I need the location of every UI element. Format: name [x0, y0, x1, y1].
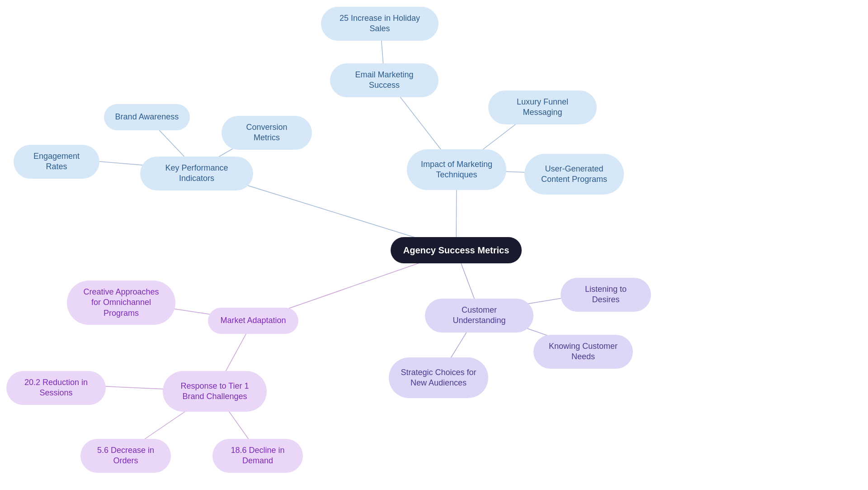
node-knowing-needs[interactable]: Knowing Customer Needs	[533, 335, 633, 369]
node-conversion-metrics[interactable]: Conversion Metrics	[222, 116, 312, 150]
node-luxury-funnel[interactable]: Luxury Funnel Messaging	[488, 90, 597, 124]
mind-map-canvas: Agency Success Metrics25 Increase in Hol…	[0, 0, 868, 490]
node-impact-marketing[interactable]: Impact of Marketing Techniques	[407, 149, 506, 190]
node-listening-desires[interactable]: Listening to Desires	[561, 278, 651, 312]
node-strategic-choices[interactable]: Strategic Choices for New Audiences	[389, 357, 488, 398]
node-kpi[interactable]: Key Performance Indicators	[140, 157, 253, 190]
node-creative-approaches[interactable]: Creative Approaches for Omnichannel Prog…	[67, 281, 175, 325]
node-agency-success[interactable]: Agency Success Metrics	[391, 237, 522, 263]
node-decrease-orders[interactable]: 5.6 Decrease in Orders	[80, 439, 171, 473]
node-email-marketing[interactable]: Email Marketing Success	[330, 63, 439, 97]
node-ugc-programs[interactable]: User-Generated Content Programs	[524, 154, 624, 195]
node-engagement-rates[interactable]: Engagement Rates	[14, 145, 99, 179]
node-holiday-sales[interactable]: 25 Increase in Holiday Sales	[321, 7, 439, 41]
node-decline-demand[interactable]: 18.6 Decline in Demand	[212, 439, 303, 473]
node-reduction-sessions[interactable]: 20.2 Reduction in Sessions	[6, 371, 106, 405]
node-customer-understanding[interactable]: Customer Understanding	[425, 299, 533, 333]
node-market-adaptation[interactable]: Market Adaptation	[208, 308, 298, 334]
node-response-tier[interactable]: Response to Tier 1 Brand Challenges	[163, 371, 267, 412]
node-brand-awareness[interactable]: Brand Awareness	[104, 104, 190, 130]
